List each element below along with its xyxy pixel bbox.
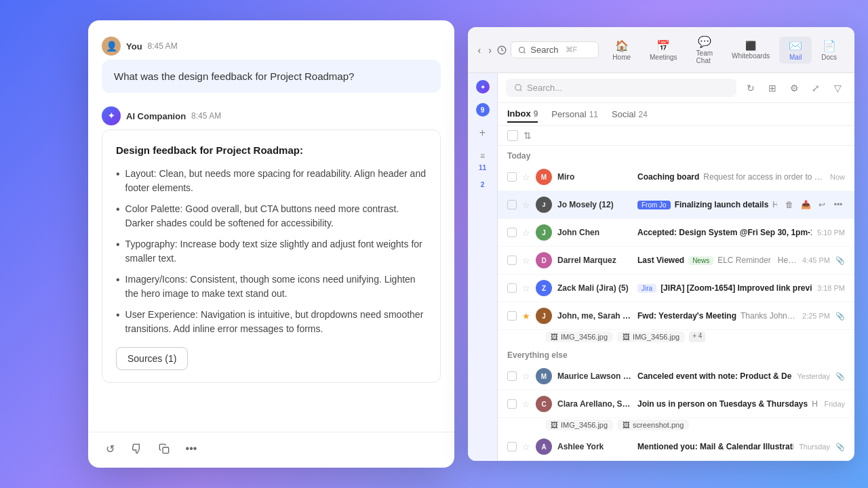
delete-action-jo[interactable]: 🗑 — [783, 198, 796, 211]
badge-jira-zack: Jira — [637, 284, 656, 293]
time-zack: 3:18 PM — [817, 284, 845, 292]
star-darrel[interactable]: ☆ — [522, 256, 530, 266]
email-row-jo-mosely[interactable]: ☆ J Jo Mosely (12) From Jo Finalizing la… — [498, 191, 854, 219]
grid-icon[interactable]: ⊞ — [764, 79, 781, 97]
email-checkbox-darrel[interactable] — [507, 256, 517, 265]
sidebar-filter-item[interactable]: ≡ 11 — [476, 149, 490, 171]
attachment-clara-img[interactable]: 🖼 IMG_3456.jpg — [545, 420, 613, 430]
avatar-ashlee: A — [536, 439, 552, 455]
email-checkbox-zack[interactable] — [507, 283, 517, 293]
filter-icon[interactable]: ▽ — [829, 79, 846, 97]
star-john-sarah[interactable]: ★ — [522, 311, 530, 321]
email-checkbox-john-sarah[interactable] — [507, 311, 517, 321]
sidebar-number-item[interactable]: 2 — [481, 181, 485, 188]
sidebar-number: 11 — [479, 164, 486, 171]
tab-docs[interactable]: 📄 Docs — [812, 37, 846, 64]
tab-mail[interactable]: ✉️ Mail — [779, 37, 812, 64]
inbox-tab-social[interactable]: Social 24 — [612, 109, 648, 122]
user-message-header: 👤 You 8:45 AM — [102, 37, 441, 56]
sidebar-inbox-item[interactable]: 9 — [476, 103, 490, 117]
star-ashlee[interactable]: ☆ — [522, 442, 530, 452]
inbox-tab-inbox[interactable]: Inbox 9 — [507, 108, 538, 123]
subject-area-maurice: Canceled event with note: Product & Desi… — [637, 371, 791, 381]
email-checkbox-maurice[interactable] — [507, 371, 517, 381]
email-row-zack[interactable]: ☆ Z Zack Mali (Jira) (5) Jira [JIRA] [Zo… — [498, 274, 854, 302]
chat-content: 👤 You 8:45 AM What was the design feedba… — [88, 20, 454, 432]
badge-news-darrel: News — [688, 256, 713, 265]
more-options-button[interactable]: ••• — [183, 441, 199, 457]
star-clara[interactable]: ☆ — [522, 399, 530, 409]
email-checkbox-jo[interactable] — [507, 200, 517, 209]
subject-area-miro: Coaching board Request for access in ord… — [637, 172, 825, 182]
mail-left-sidebar: ✦ 9 + ≡ 11 2 — [468, 73, 498, 461]
clock-icon[interactable] — [497, 43, 507, 58]
subject-zack: [JIRA] [Zoom-1654] Improved link preview — [660, 283, 812, 293]
sources-button[interactable]: Sources (1) — [116, 347, 188, 370]
inbox-badge: 9 — [476, 103, 490, 117]
mail-search-placeholder: Search... — [527, 83, 562, 93]
settings-icon[interactable]: ⚙ — [785, 79, 803, 97]
star-john-chen[interactable]: ☆ — [522, 228, 530, 238]
inbox-tab-personal[interactable]: Personal 11 — [551, 109, 598, 122]
ai-compose-button[interactable]: ✦ — [476, 80, 490, 94]
star-miro[interactable]: ☆ — [522, 172, 530, 182]
select-all-checkbox[interactable] — [507, 130, 518, 141]
subject-clara: Join us in person on Tuesdays & Thursday… — [637, 399, 808, 409]
attachment-icon-darrel: 📎 — [835, 256, 845, 265]
user-timestamp: 8:45 AM — [148, 41, 178, 51]
email-row-clara[interactable]: ☆ C Clara Arellano, Sarah (10 Join us in… — [498, 390, 854, 418]
archive-action-jo[interactable]: 📥 — [799, 198, 812, 211]
copy-button[interactable] — [156, 441, 172, 457]
attachment-clara-screenshot[interactable]: 🖼 screenshot.png — [617, 420, 689, 430]
expand-icon[interactable]: ⤢ — [807, 79, 825, 97]
attachment-img1[interactable]: 🖼 IMG_3456.jpg — [545, 331, 613, 342]
subject-area-clara: Join us in person on Tuesdays & Thursday… — [637, 399, 818, 409]
forward-button[interactable]: › — [487, 43, 494, 58]
tab-meetings[interactable]: 📅 Meetings — [640, 37, 687, 64]
reply-action-jo[interactable]: ↩ — [815, 198, 829, 211]
img-icon-clara: 🖼 — [551, 421, 558, 429]
refresh-button[interactable]: ↺ — [102, 441, 118, 457]
email-row-miro[interactable]: ☆ M Miro Coaching board Request for acce… — [498, 163, 854, 191]
email-row-john-chen[interactable]: ☆ J John Chen Accepted: Design System @F… — [498, 219, 854, 247]
email-checkbox-john-chen[interactable] — [507, 228, 517, 237]
sender-clara: Clara Arellano, Sarah (10 — [557, 399, 632, 409]
email-row-john-sarah[interactable]: ★ J John, me, Sarah (10) Fwd: Yesterday'… — [498, 302, 854, 330]
navbar-search[interactable]: Search ⌘F — [511, 41, 599, 58]
avatar-john-sarah: J — [536, 308, 552, 324]
star-jo[interactable]: ☆ — [522, 200, 530, 210]
ai-point-5: User Experience: Navigation is intuitive… — [116, 308, 427, 336]
tab-team-chat[interactable]: 💬 Team Chat — [687, 33, 722, 67]
time-miro: Now — [830, 173, 845, 181]
ai-response-list: Layout: Clean, but needs more spacing fo… — [116, 167, 427, 336]
svg-point-4 — [515, 85, 521, 91]
user-avatar: 👤 — [102, 37, 121, 56]
email-checkbox-ashlee[interactable] — [507, 442, 517, 451]
tab-home[interactable]: 🏠 Home — [603, 37, 640, 64]
attachments-john-sarah: 🖼 IMG_3456.jpg 🖼 IMG_3456.jpg + 4 — [498, 330, 854, 345]
mail-main-content: Search... ↻ ⊞ ⚙ ⤢ ▽ Inbox 9 Personal — [498, 73, 854, 461]
tab-whiteboards[interactable]: ⬛ Whiteboards — [722, 38, 779, 62]
mail-search-box[interactable]: Search... — [506, 79, 736, 97]
mail-list: Today ☆ M Miro Coaching board Request fo… — [498, 146, 854, 461]
email-checkbox-miro[interactable] — [507, 172, 517, 182]
email-checkbox-clara[interactable] — [507, 399, 517, 409]
thumbs-down-button[interactable] — [129, 441, 145, 457]
star-maurice[interactable]: ☆ — [522, 371, 530, 382]
svg-point-2 — [519, 47, 525, 52]
refresh-mail-icon[interactable]: ↻ — [742, 79, 760, 97]
ai-point-4: Imagery/Icons: Consistent, though some i… — [116, 272, 427, 301]
tab-meetings-label: Meetings — [650, 54, 677, 61]
subject-area-john-chen: Accepted: Design System @Fri Sep 30, 1pm… — [637, 228, 812, 237]
sort-filter-icon[interactable]: ⇅ — [524, 130, 532, 141]
attachment-img2[interactable]: 🖼 IMG_3456.jpg — [617, 331, 685, 342]
star-zack[interactable]: ☆ — [522, 283, 530, 293]
chat-panel: 👤 You 8:45 AM What was the design feedba… — [88, 20, 454, 468]
email-row-ashlee[interactable]: ☆ A Ashlee York Mentioned you: Mail & Ca… — [498, 433, 854, 461]
ai-message-row: ✦ AI Companion 8:45 AM Design feedback f… — [102, 106, 441, 383]
sidebar-compose-item[interactable]: + — [476, 126, 490, 140]
email-row-maurice[interactable]: ☆ M Maurice Lawson (2) Canceled event wi… — [498, 363, 854, 390]
back-button[interactable]: ‹ — [476, 43, 483, 58]
email-row-darrel[interactable]: ☆ D Darrel Marquez Last Viewed News ELC … — [498, 247, 854, 274]
more-action-jo[interactable]: ••• — [831, 198, 845, 211]
